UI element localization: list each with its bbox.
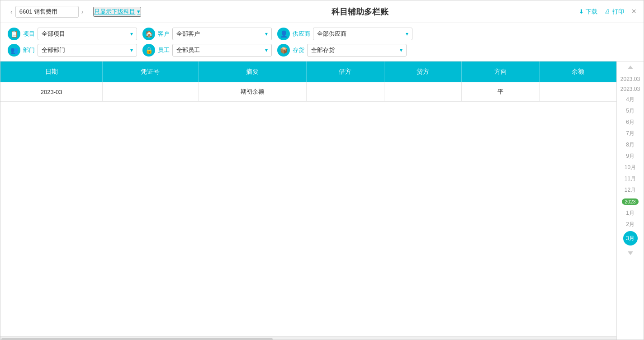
cell-date: 2023-03	[0, 82, 103, 102]
account-code-label: 6601 销售费用	[19, 8, 58, 16]
inventory-value: 全部存货	[311, 46, 335, 54]
filter-area: 📋 项目 全部项目 ▾ 🏠 客户 全部客户 ▾ 👤 供应商 全部供应	[0, 23, 644, 61]
project-label: 项目	[23, 30, 35, 38]
main-content: 日期 凭证号 摘要 借方 贷方 方向 余额 2023-03	[0, 61, 644, 340]
inventory-arrow: ▾	[400, 47, 402, 53]
account-code-box: 6601 销售费用	[15, 6, 79, 18]
col-voucher: 凭证号	[103, 61, 198, 82]
project-arrow: ▾	[130, 31, 133, 37]
supplier-select[interactable]: 全部供应商 ▾	[313, 28, 412, 40]
dept-label: 部门	[23, 46, 35, 54]
inventory-label: 存货	[293, 46, 304, 54]
filter-item-project: 📋 项目 全部项目 ▾	[8, 28, 137, 40]
panel-month-3-container: 3月	[623, 230, 638, 246]
top-bar: ‹ 6601 销售费用 › 只显示下级科目 ▾ 科目辅助多栏账 ⬇ 下载 🖨 打…	[0, 0, 644, 23]
nav-next-button[interactable]: ›	[79, 7, 86, 16]
panel-month-1[interactable]: 1月	[617, 208, 644, 219]
panel-month-2023-03-top2[interactable]: 2023.03	[617, 84, 644, 94]
filter-row-2: 👥 部门 全部部门 ▾ 🔒 员工 全部员工 ▾ 📦 存货 全部存货	[8, 44, 636, 57]
filter-item-employee: 🔒 员工 全部员工 ▾	[142, 44, 272, 57]
project-select[interactable]: 全部项目 ▾	[38, 28, 137, 40]
close-button[interactable]: ×	[631, 7, 636, 16]
svg-marker-0	[628, 66, 633, 69]
scrollbar-thumb[interactable]	[1, 338, 273, 340]
cell-credit	[384, 82, 462, 102]
show-sub-arrow: ▾	[137, 8, 140, 15]
filter-item-dept: 👥 部门 全部部门 ▾	[8, 44, 137, 57]
page-title: 科目辅助多栏账	[141, 6, 579, 17]
svg-marker-1	[628, 251, 633, 255]
inventory-select[interactable]: 全部存货 ▾	[307, 44, 407, 57]
cell-balance	[540, 82, 616, 102]
col-date: 日期	[0, 61, 103, 82]
customer-label: 客户	[158, 30, 170, 38]
col-summary: 摘要	[198, 61, 306, 82]
table-area: 日期 凭证号 摘要 借方 贷方 方向 余额 2023-03	[0, 61, 616, 340]
panel-month-9[interactable]: 9月	[617, 151, 644, 162]
supplier-icon: 👤	[277, 28, 290, 40]
panel-month-8[interactable]: 8月	[617, 139, 644, 151]
customer-icon: 🏠	[142, 28, 155, 40]
panel-month-5[interactable]: 5月	[617, 105, 644, 117]
show-sub-button[interactable]: 只显示下级科目 ▾	[93, 7, 141, 17]
customer-select[interactable]: 全部客户 ▾	[172, 28, 272, 40]
inventory-icon: 📦	[277, 44, 290, 57]
supplier-label: 供应商	[293, 30, 310, 38]
filter-item-customer: 🏠 客户 全部客户 ▾	[142, 28, 272, 40]
scroll-down-button[interactable]	[617, 246, 644, 259]
panel-month-11[interactable]: 11月	[617, 173, 644, 184]
filter-row-1: 📋 项目 全部项目 ▾ 🏠 客户 全部客户 ▾ 👤 供应商 全部供应	[8, 28, 636, 40]
table-row: 2023-03 期初余额 平	[0, 82, 616, 102]
supplier-arrow: ▾	[406, 31, 408, 37]
customer-arrow: ▾	[265, 31, 268, 37]
table-container[interactable]: 日期 凭证号 摘要 借方 贷方 方向 余额 2023-03	[0, 61, 616, 336]
cell-direction: 平	[462, 82, 540, 102]
show-sub-label: 只显示下级科目	[94, 8, 135, 16]
print-label: 打印	[612, 8, 624, 16]
panel-month-2023-03-top1[interactable]: 2023.03	[617, 74, 644, 84]
employee-icon: 🔒	[142, 44, 155, 57]
col-direction: 方向	[462, 61, 540, 82]
col-balance: 余额	[540, 61, 616, 82]
dept-icon: 👥	[8, 44, 20, 57]
filter-item-inventory: 📦 存货 全部存货 ▾	[277, 44, 407, 57]
print-icon: 🖨	[605, 8, 611, 15]
employee-label: 员工	[158, 46, 170, 54]
filter-item-supplier: 👤 供应商 全部供应商 ▾	[277, 28, 412, 40]
panel-month-3-active[interactable]: 3月	[623, 231, 638, 246]
toolbar-buttons: ⬇ 下载 🖨 打印	[579, 8, 624, 16]
table-header: 日期 凭证号 摘要 借方 贷方 方向 余额	[0, 61, 616, 82]
nav-prev-button[interactable]: ‹	[8, 7, 15, 16]
panel-month-12[interactable]: 12月	[617, 184, 644, 196]
dept-arrow: ▾	[130, 47, 133, 53]
cell-voucher	[103, 82, 198, 102]
dept-select[interactable]: 全部部门 ▾	[38, 44, 137, 57]
col-credit: 贷方	[384, 61, 462, 82]
year-badge: 2023	[622, 198, 638, 205]
project-value: 全部项目	[42, 30, 65, 38]
main-window: ‹ 6601 销售费用 › 只显示下级科目 ▾ 科目辅助多栏账 ⬇ 下载 🖨 打…	[0, 0, 644, 340]
scroll-up-button[interactable]	[617, 61, 644, 74]
panel-month-4[interactable]: 4月	[617, 94, 644, 105]
customer-value: 全部客户	[176, 30, 200, 38]
data-table: 日期 凭证号 摘要 借方 贷方 方向 余额 2023-03	[0, 61, 616, 102]
col-debit: 借方	[306, 61, 384, 82]
employee-arrow: ▾	[265, 47, 268, 53]
print-button[interactable]: 🖨 打印	[605, 8, 624, 16]
cell-summary: 期初余额	[198, 82, 306, 102]
download-label: 下载	[586, 8, 597, 16]
horizontal-scrollbar[interactable]	[0, 336, 616, 340]
download-button[interactable]: ⬇ 下载	[579, 8, 597, 16]
supplier-value: 全部供应商	[317, 30, 346, 38]
employee-select[interactable]: 全部员工 ▾	[172, 44, 272, 57]
table-body: 2023-03 期初余额 平	[0, 82, 616, 102]
dept-value: 全部部门	[42, 46, 65, 54]
cell-debit	[306, 82, 384, 102]
panel-month-6[interactable]: 6月	[617, 117, 644, 128]
right-panel: 2023.03 2023.03 4月 5月 6月 7月 8月 9月 10月 11…	[616, 61, 644, 340]
panel-month-7[interactable]: 7月	[617, 128, 644, 139]
panel-month-2[interactable]: 2月	[617, 219, 644, 230]
year-badge-container: 2023	[622, 196, 638, 208]
panel-month-10[interactable]: 10月	[617, 162, 644, 173]
download-icon: ⬇	[579, 8, 584, 15]
